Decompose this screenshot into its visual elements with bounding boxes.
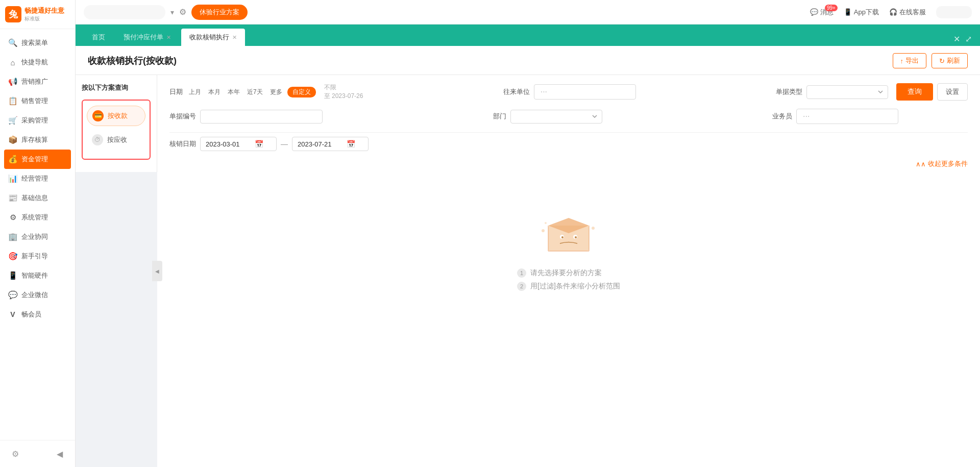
footer-settings-icon[interactable]: ⚙ [8, 447, 22, 461]
filter-option-by-receipt[interactable]: 💳 按收款 [87, 106, 145, 126]
empty-tips: 1 请先选择要分析的方案 2 用[过滤]条件来缩小分析范围 [517, 268, 620, 295]
filter-panel-title: 按以下方案查询 [82, 83, 151, 92]
query-btn[interactable]: 查询 [896, 83, 933, 101]
sidebar-item-vip[interactable]: V 畅会员 [0, 305, 75, 324]
topbar-right: 💬 消息 99+ 📱 App下载 🎧 在线客服 [810, 6, 972, 18]
sidebar-item-inventory[interactable]: 📦 库存核算 [0, 130, 75, 150]
verify-date-end[interactable]: 2023-07-21 [298, 140, 344, 148]
empty-state: 1 请先选择要分析的方案 2 用[过滤]条件来缩小分析范围 [169, 175, 968, 326]
sidebar-item-enterprise[interactable]: 🏢 企业协同 [0, 227, 75, 247]
tab-home[interactable]: 首页 [84, 29, 113, 46]
by-receivable-label: 按应收 [107, 135, 127, 144]
system-icon: ⚙ [8, 213, 17, 222]
verify-date-end-calendar-icon[interactable]: 📅 [347, 140, 355, 148]
date-shortcut-last-month[interactable]: 上月 [187, 87, 203, 97]
filter-wrapper: 按以下方案查询 💳 按收款 ⏱ 按应收 ◀ [76, 75, 157, 467]
date-field: 日期 上月 本月 本年 近7天 更多 自定义 [169, 87, 316, 97]
verify-date-end-wrapper[interactable]: 2023-07-21 📅 [292, 137, 369, 151]
online-service-label: 在线客服 [899, 8, 926, 17]
topbar-dropdown-icon[interactable]: ▾ [170, 8, 174, 16]
topbar: ▾ ⚙ 休验行业方案 💬 消息 99+ 📱 App下载 🎧 在线客服 [76, 0, 980, 24]
footer-collapse-icon[interactable]: ◀ [53, 447, 67, 461]
verify-date-start-calendar-icon[interactable]: 📅 [255, 140, 263, 148]
doc-type-field: 单据类型 [776, 85, 888, 99]
svg-point-9 [542, 229, 545, 232]
svg-point-7 [561, 236, 564, 238]
date-shortcut-more[interactable]: 更多 [268, 87, 284, 97]
sidebar-item-search-menu[interactable]: 🔍 搜索菜单 [0, 33, 75, 53]
filter-panel: 按以下方案查询 💳 按收款 ⏱ 按应收 [76, 75, 157, 172]
sidebar-item-wechat[interactable]: 💬 企业微信 [0, 285, 75, 305]
main-content: ▾ ⚙ 休验行业方案 💬 消息 99+ 📱 App下载 🎧 在线客服 首页 [76, 0, 980, 467]
logo-icon: 兔 [5, 6, 21, 22]
quick-nav-icon: ⌂ [8, 58, 17, 67]
sidebar-item-label: 快捷导航 [21, 58, 48, 67]
industry-solution-btn[interactable]: 休验行业方案 [191, 5, 248, 20]
tab-prepay-label: 预付冲应付单 [124, 33, 163, 42]
query-row-3: 核销日期 2023-03-01 📅 — 2023-07-21 📅 [169, 137, 968, 151]
verify-date-start[interactable]: 2023-03-01 [206, 140, 252, 148]
funds-icon: 💰 [8, 155, 17, 164]
tab-bar: 首页 预付冲应付单 ✕ 收款核销执行 ✕ ✕ ⤢ [76, 24, 980, 46]
settings-btn[interactable]: 设置 [937, 83, 968, 101]
sidebar-item-guide[interactable]: 🎯 新手引导 [0, 247, 75, 266]
export-btn-label: 导出 [905, 56, 919, 65]
tab-prepay-close-icon[interactable]: ✕ [166, 34, 171, 41]
online-service-btn[interactable]: 🎧 在线客服 [889, 8, 926, 17]
sidebar-item-marketing[interactable]: 📢 营销推广 [0, 72, 75, 91]
logo-text: 畅捷通好生意 标准版 [24, 7, 64, 22]
doc-num-input[interactable] [200, 110, 323, 124]
sidebar-item-label: 采购管理 [21, 116, 48, 125]
sidebar-item-purchase[interactable]: 🛒 采购管理 [0, 111, 75, 130]
refresh-icon: ↻ [939, 57, 945, 65]
verify-date-start-wrapper[interactable]: 2023-03-01 📅 [200, 137, 277, 151]
messages-btn[interactable]: 💬 消息 99+ [810, 8, 834, 17]
salesperson-input[interactable]: ··· [796, 109, 898, 124]
date-shortcuts: 上月 本月 本年 近7天 更多 自定义 [187, 87, 316, 97]
topbar-gear-icon[interactable]: ⚙ [179, 7, 186, 17]
sidebar-item-label: 智能硬件 [21, 271, 48, 280]
vip-icon: V [8, 310, 17, 319]
export-icon: ↑ [900, 57, 904, 65]
sidebar-item-label: 畅会员 [21, 310, 41, 319]
collapse-more-btn[interactable]: ∧∧ 收起更多条件 [169, 159, 968, 168]
tab-close-all-icon[interactable]: ✕ [953, 34, 960, 44]
sidebar-item-business[interactable]: 📊 经营管理 [0, 169, 75, 188]
sidebar-item-smart-hw[interactable]: 📱 智能硬件 [0, 266, 75, 285]
app-edition: 标准版 [24, 15, 64, 22]
sidebar-item-quick-nav[interactable]: ⌂ 快捷导航 [0, 53, 75, 72]
sidebar-item-funds[interactable]: 💰 资金管理 [4, 150, 71, 169]
sidebar-item-label: 资金管理 [21, 155, 48, 164]
tab-bar-actions: ✕ ⤢ [953, 34, 972, 46]
inventory-icon: 📦 [8, 135, 17, 144]
tab-receivable-offset[interactable]: 收款核销执行 ✕ [181, 29, 245, 46]
salesperson-field: 业务员 ··· [772, 109, 898, 124]
export-btn[interactable]: ↑ 导出 [893, 53, 927, 68]
logo-area: 兔 畅捷通好生意 标准版 [0, 0, 75, 29]
date-shortcut-this-month[interactable]: 本月 [206, 87, 223, 97]
dept-select[interactable] [510, 110, 602, 124]
wechat-icon: 💬 [8, 290, 17, 300]
sidebar-item-basic-info[interactable]: 📰 基础信息 [0, 188, 75, 208]
date-shortcut-custom[interactable]: 自定义 [287, 87, 316, 97]
tab-receivable-close-icon[interactable]: ✕ [232, 34, 237, 41]
divider [169, 132, 968, 133]
svg-point-11 [592, 227, 595, 230]
sidebar-nav: 🔍 搜索菜单 ⌂ 快捷导航 📢 营销推广 📋 销售管理 🛒 采购管理 📦 库存核… [0, 29, 75, 440]
user-info-area[interactable] [936, 6, 972, 18]
svg-point-10 [545, 222, 547, 224]
date-shortcut-7days[interactable]: 近7天 [245, 87, 265, 97]
app-download-btn[interactable]: 📱 App下载 [844, 8, 879, 17]
refresh-btn[interactable]: ↻ 刷新 [932, 53, 968, 68]
sidebar-item-sales[interactable]: 📋 销售管理 [0, 91, 75, 111]
sidebar-item-system[interactable]: ⚙ 系统管理 [0, 208, 75, 227]
filter-collapse-btn[interactable]: ◀ [152, 261, 162, 281]
sidebar-item-label: 新手引导 [21, 252, 48, 261]
doc-type-select[interactable] [806, 85, 888, 99]
tab-prepay-offset[interactable]: 预付冲应付单 ✕ [115, 29, 179, 46]
filter-option-by-receivable[interactable]: ⏱ 按应收 [87, 130, 145, 150]
date-shortcut-this-year[interactable]: 本年 [226, 87, 242, 97]
tip-text-2: 用[过滤]条件来缩小分析范围 [530, 282, 620, 291]
counterpart-input[interactable]: ··· [534, 84, 636, 100]
tab-expand-icon[interactable]: ⤢ [965, 34, 972, 44]
